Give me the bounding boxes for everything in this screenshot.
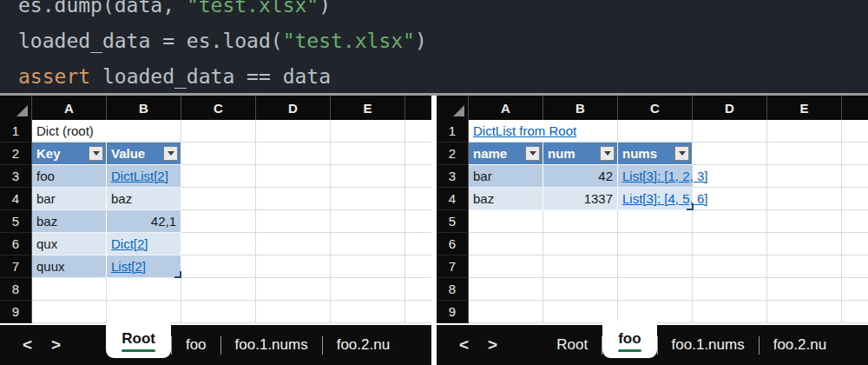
table-header-cell[interactable]: Value	[107, 143, 181, 165]
cell[interactable]	[693, 233, 767, 256]
sheet-tab-root[interactable]: Root	[542, 336, 602, 354]
select-all-button[interactable]	[437, 96, 469, 120]
cell[interactable]	[767, 188, 842, 210]
cell[interactable]	[331, 278, 405, 301]
filter-dropdown-button[interactable]	[89, 146, 103, 161]
cell[interactable]: bar	[32, 188, 107, 210]
cell[interactable]: List[3]: [1, 2, 3]	[618, 165, 693, 188]
cell[interactable]	[767, 233, 842, 256]
cell[interactable]	[693, 278, 767, 301]
cell[interactable]	[469, 301, 543, 323]
cell[interactable]	[693, 120, 767, 143]
cell[interactable]	[181, 120, 256, 143]
cell[interactable]	[842, 188, 868, 210]
cell-hyperlink[interactable]: List[3]: [4, 5, 6]	[622, 191, 707, 206]
cell[interactable]: qux	[32, 233, 107, 256]
column-header-a[interactable]: A	[469, 96, 543, 120]
cell-hyperlink[interactable]: Dict[2]	[111, 236, 148, 251]
row-header-7[interactable]: 7	[0, 256, 32, 278]
cell-hyperlink[interactable]: List[3]: [1, 2, 3]	[622, 169, 707, 183]
cell[interactable]	[767, 120, 842, 143]
cell[interactable]: Dict (root)	[32, 120, 181, 143]
cell[interactable]	[693, 256, 767, 278]
filter-dropdown-button[interactable]	[600, 146, 615, 161]
cell[interactable]	[405, 188, 431, 210]
cell[interactable]	[767, 210, 842, 233]
cell[interactable]	[331, 120, 405, 143]
cell[interactable]	[767, 165, 842, 188]
row-header-1[interactable]: 1	[437, 120, 469, 143]
cell[interactable]	[842, 143, 868, 165]
cell[interactable]	[107, 278, 181, 301]
row-header-5[interactable]: 5	[437, 210, 469, 233]
tab-nav-right[interactable]: >	[51, 335, 61, 355]
cell[interactable]: baz	[32, 210, 107, 233]
cell[interactable]	[181, 210, 256, 233]
cell[interactable]	[256, 210, 331, 233]
cell[interactable]: foo	[32, 165, 107, 188]
cell[interactable]	[842, 120, 868, 143]
cell-hyperlink[interactable]: List[2]	[111, 259, 146, 274]
cell[interactable]	[405, 233, 431, 256]
cell-hyperlink[interactable]: DictList from Root	[473, 123, 576, 138]
cell[interactable]	[405, 120, 431, 143]
cell[interactable]	[181, 256, 256, 278]
cell[interactable]	[767, 301, 842, 323]
cell[interactable]	[618, 256, 693, 278]
cell[interactable]	[618, 120, 693, 143]
cell[interactable]	[331, 210, 405, 233]
cell[interactable]	[256, 278, 331, 301]
cell[interactable]	[469, 233, 543, 256]
cell[interactable]	[405, 278, 431, 301]
cell[interactable]	[331, 143, 405, 165]
cell[interactable]: 1337	[543, 188, 618, 210]
cell[interactable]	[181, 188, 256, 210]
cell[interactable]	[32, 278, 107, 301]
column-header-e[interactable]: E	[767, 96, 842, 120]
cell[interactable]	[32, 301, 107, 323]
column-header-a[interactable]: A	[32, 96, 107, 120]
cell[interactable]	[543, 256, 618, 278]
cell[interactable]: quux	[32, 256, 107, 278]
cell[interactable]	[181, 233, 256, 256]
cell[interactable]: baz	[107, 188, 181, 210]
column-header-c[interactable]: C	[618, 96, 693, 120]
cell[interactable]: baz	[469, 188, 543, 210]
cell[interactable]	[331, 165, 405, 188]
sheet-tab-foo-1-nums[interactable]: foo.1.nums	[221, 336, 322, 354]
cell[interactable]: Dict[2]	[107, 233, 181, 256]
cell[interactable]	[331, 188, 405, 210]
sheet-tab-foo[interactable]: foo	[172, 336, 220, 354]
cell[interactable]: bar	[469, 165, 543, 188]
cell[interactable]	[469, 278, 543, 301]
cell[interactable]	[842, 165, 868, 188]
row-header-9[interactable]: 9	[0, 301, 32, 323]
column-header-e[interactable]: E	[331, 96, 405, 120]
cell[interactable]	[331, 301, 405, 323]
filter-dropdown-button[interactable]	[525, 146, 540, 161]
column-header-b[interactable]: B	[543, 96, 618, 120]
table-resize-handle[interactable]	[687, 203, 694, 210]
cell[interactable]	[618, 278, 693, 301]
row-header-5[interactable]: 5	[0, 210, 32, 233]
cell[interactable]	[405, 301, 431, 323]
row-header-8[interactable]: 8	[437, 278, 469, 301]
table-header-cell[interactable]: Key	[32, 143, 107, 165]
row-header-2[interactable]: 2	[437, 143, 469, 165]
filter-dropdown-button[interactable]	[163, 146, 178, 161]
column-header-d[interactable]: D	[693, 96, 767, 120]
cell[interactable]	[693, 143, 767, 165]
row-header-9[interactable]: 9	[437, 301, 469, 323]
column-header-d[interactable]: D	[256, 96, 331, 120]
cell[interactable]	[842, 233, 868, 256]
cell[interactable]	[256, 143, 331, 165]
cell-hyperlink[interactable]: DictList[2]	[111, 169, 168, 183]
table-header-cell[interactable]: nums	[618, 143, 693, 165]
row-header-1[interactable]: 1	[0, 120, 32, 143]
row-header-7[interactable]: 7	[437, 256, 469, 278]
cell[interactable]	[842, 210, 868, 233]
cell[interactable]	[256, 188, 331, 210]
sheet-tab-foo-2-nu[interactable]: foo.2.nu	[760, 336, 840, 354]
sheet-tab-foo-2-nu[interactable]: foo.2.nu	[323, 336, 404, 354]
cell[interactable]: DictList from Root	[469, 120, 618, 143]
